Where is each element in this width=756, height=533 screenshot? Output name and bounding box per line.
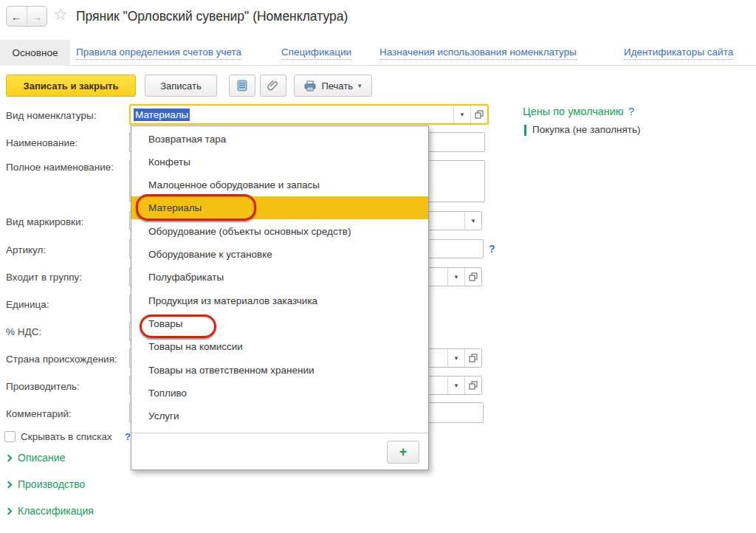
dropdown-item[interactable]: Малоценное оборудование и запасы [131, 173, 428, 196]
hide-in-lists-help-icon[interactable]: ? [125, 431, 131, 442]
dropdown-item[interactable]: Товары на ответственном хранении [131, 359, 428, 382]
forward-arrow-icon: → [31, 10, 42, 23]
parent-group-open-button[interactable] [464, 268, 481, 286]
tab-specifications[interactable]: Спецификации [281, 47, 351, 60]
attachments-button[interactable] [260, 75, 286, 97]
dropdown-footer-divider [131, 433, 428, 433]
label-nds: % НДС: [6, 326, 41, 337]
dropdown-item[interactable]: Товары на комиссии [131, 335, 428, 358]
section-label: Классификация [18, 505, 94, 517]
dropdown-item[interactable]: Услуги [131, 405, 428, 427]
parent-group-dropdown-button[interactable]: ▼ [447, 268, 464, 286]
manufacturer-open-button[interactable] [464, 376, 481, 394]
open-icon [469, 272, 478, 281]
nomenclature-type-field[interactable]: Материалы ▼ [129, 104, 489, 125]
label-vhodit-v-gruppu: Входит в группу: [6, 272, 82, 283]
print-label: Печать [321, 80, 353, 92]
default-prices-link[interactable]: Цены по умолчанию [523, 106, 624, 117]
dropdown-item[interactable]: Возвратная тара [131, 128, 428, 151]
manufacturer-dropdown-button[interactable]: ▼ [447, 376, 464, 394]
label-kommentariy: Комментарий: [6, 408, 72, 419]
open-icon [469, 381, 478, 390]
tab-account-rules[interactable]: Правила определения счетов учета [76, 47, 241, 60]
nomenclature-type-dropdown-button[interactable]: ▼ [453, 106, 470, 123]
dropdown-item[interactable]: Продукция из материалов заказчика [131, 289, 428, 312]
label-vid-nomenklatury: Вид номенклатуры: [6, 110, 96, 121]
save-and-close-button[interactable]: Записать и закрыть [6, 75, 136, 97]
tab-site-identifiers[interactable]: Идентификаторы сайта [624, 47, 733, 60]
marking-type-dropdown-button[interactable]: ▼ [464, 212, 481, 230]
dropdown-item[interactable]: Оборудование к установке [131, 243, 428, 266]
hide-in-lists-label: Скрывать в списках [21, 431, 112, 442]
chevron-right-icon [5, 507, 13, 515]
stacked-list-icon [237, 80, 247, 92]
price-item-marker [524, 125, 526, 136]
print-button[interactable]: Печать ▾ [294, 75, 372, 97]
label-artikul: Артикул: [6, 244, 46, 255]
article-help-icon[interactable]: ? [489, 243, 495, 255]
related-documents-button[interactable] [229, 75, 255, 97]
nomenclature-type-dropdown-list: Возвратная тара Конфеты Малоценное обору… [131, 125, 429, 470]
default-prices-help-icon[interactable]: ? [628, 106, 634, 117]
page-title: Пряник "Орловский сувенир" (Номенклатура… [76, 9, 348, 24]
dropdown-item[interactable]: Оборудование (объекты основных средств) [131, 220, 428, 243]
dropdown-item[interactable]: Конфеты [131, 151, 428, 173]
back-arrow-icon: ← [11, 10, 22, 23]
add-new-item-button[interactable]: + [387, 441, 419, 464]
section-classification[interactable]: Классификация [6, 505, 94, 517]
price-item-purchase: Покупка (не заполнять) [532, 124, 641, 135]
dropdown-item[interactable]: Топливо [131, 382, 428, 405]
paperclip-icon [267, 80, 279, 92]
tab-main[interactable]: Основное [0, 40, 70, 66]
open-icon [469, 354, 478, 362]
back-button[interactable]: ← [7, 7, 27, 26]
label-edinitsa: Единица: [6, 299, 49, 310]
printer-icon [304, 80, 316, 92]
section-production[interactable]: Производство [6, 478, 85, 490]
section-label: Производство [18, 478, 85, 490]
annotation-materialy [136, 194, 256, 221]
section-label: Описание [18, 452, 65, 464]
history-nav-group: ← → [6, 6, 47, 27]
hide-in-lists-checkbox[interactable] [4, 431, 16, 442]
favorite-star-icon[interactable]: ☆ [53, 7, 68, 23]
label-naimenovanie: Наименование: [6, 137, 78, 148]
tab-bar: Основное Правила определения счетов учет… [0, 40, 756, 66]
nomenclature-type-value: Материалы [134, 109, 190, 121]
forward-button[interactable]: → [27, 7, 47, 26]
label-polnoe-naimenovanie: Полное наименование: [6, 162, 114, 173]
save-button[interactable]: Записать [145, 75, 217, 97]
label-strana: Страна происхождения: [6, 354, 117, 365]
nomenclature-type-open-button[interactable] [470, 106, 487, 123]
country-dropdown-button[interactable]: ▼ [447, 349, 464, 367]
chevron-right-icon [5, 481, 13, 488]
print-caret-icon: ▾ [358, 82, 362, 89]
chevron-right-icon [5, 454, 13, 461]
country-open-button[interactable] [464, 349, 481, 367]
dropdown-item[interactable]: Полуфабрикаты [131, 266, 428, 289]
open-icon [475, 110, 484, 119]
label-proizvoditel: Производитель: [6, 381, 80, 392]
annotation-tovary [140, 314, 216, 338]
section-description[interactable]: Описание [6, 452, 65, 464]
tab-usage-purposes[interactable]: Назначения использования номенклатуры [379, 47, 577, 60]
nomenclature-form-window: ← → ☆ Пряник "Орловский сувенир" (Номенк… [0, 0, 756, 533]
label-vid-markirovki: Вид маркировки: [6, 216, 83, 227]
